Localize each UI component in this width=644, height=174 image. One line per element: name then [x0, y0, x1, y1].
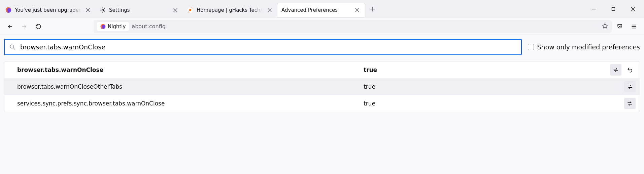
checkbox-icon[interactable]: [528, 44, 534, 50]
pref-row[interactable]: browser.tabs.warnOnClose true: [4, 61, 640, 78]
pref-value: true: [364, 100, 606, 107]
tab-strip: You've just been upgraded to Firefox Set…: [0, 0, 644, 18]
svg-point-3: [189, 9, 191, 11]
only-modified-toggle[interactable]: Show only modified preferences: [528, 43, 640, 51]
pref-name: services.sync.prefs.sync.browser.tabs.wa…: [17, 100, 364, 107]
identity-box[interactable]: Nightly: [97, 22, 129, 31]
toggle-button[interactable]: [610, 64, 621, 76]
back-button[interactable]: [4, 20, 16, 33]
close-icon[interactable]: [353, 6, 361, 14]
minimize-button[interactable]: [584, 0, 604, 18]
reload-button[interactable]: [32, 20, 44, 33]
pref-name: browser.tabs.warnOnCloseOtherTabs: [17, 83, 364, 90]
url-text: about:config: [132, 23, 166, 30]
tab-item[interactable]: You've just been upgraded to Firefox: [1, 3, 96, 17]
close-icon[interactable]: [172, 6, 179, 14]
tab-item[interactable]: Homepage | gHacks Technology News: [183, 3, 277, 17]
firefox-icon: [5, 7, 11, 13]
app-menu-button[interactable]: [628, 20, 640, 33]
pref-name: browser.tabs.warnOnClose: [17, 67, 364, 73]
toggle-button[interactable]: [624, 98, 636, 109]
save-to-pocket-button[interactable]: [614, 20, 626, 33]
new-tab-button[interactable]: [367, 3, 378, 15]
pref-value: true: [364, 83, 606, 90]
maximize-button[interactable]: [604, 0, 623, 18]
svg-rect-4: [612, 8, 615, 11]
browser-toolbar: Nightly about:config: [0, 18, 644, 35]
tab-item[interactable]: Settings: [96, 3, 183, 17]
identity-label: Nightly: [108, 24, 126, 30]
firefox-icon: [100, 24, 106, 29]
only-modified-label: Show only modified preferences: [537, 43, 640, 51]
pref-table: browser.tabs.warnOnClose true browser.ta…: [4, 61, 640, 112]
tab-label: You've just been upgraded to Firefox: [15, 7, 81, 13]
tab-label: Homepage | gHacks Technology News: [197, 7, 263, 13]
swap-arrows-icon: [627, 84, 633, 90]
tab-label: Advanced Preferences: [281, 7, 350, 13]
swap-arrows-icon: [613, 67, 619, 73]
pref-value: true: [364, 67, 606, 73]
pref-search-input[interactable]: [20, 43, 516, 51]
gear-icon: [100, 7, 106, 13]
window-controls: [584, 0, 643, 18]
pref-row[interactable]: browser.tabs.warnOnCloseOtherTabs true: [4, 78, 640, 95]
close-window-button[interactable]: [623, 0, 643, 18]
undo-icon: [627, 67, 633, 73]
about-config-page: Show only modified preferences browser.t…: [0, 35, 644, 174]
ghacks-icon: [187, 7, 193, 13]
swap-arrows-icon: [627, 100, 633, 106]
toggle-button[interactable]: [624, 81, 636, 92]
svg-point-1: [102, 9, 103, 11]
pref-search-box[interactable]: [4, 39, 522, 55]
url-bar[interactable]: Nightly about:config: [94, 20, 612, 33]
close-icon[interactable]: [84, 6, 92, 14]
bookmark-star-icon[interactable]: [602, 23, 608, 31]
tab-label: Settings: [109, 7, 168, 13]
close-icon[interactable]: [266, 6, 273, 14]
reset-button[interactable]: [624, 64, 636, 76]
search-icon: [9, 44, 15, 50]
forward-button[interactable]: [18, 20, 30, 33]
tab-item-active[interactable]: Advanced Preferences: [277, 3, 365, 17]
pref-row[interactable]: services.sync.prefs.sync.browser.tabs.wa…: [4, 95, 640, 112]
